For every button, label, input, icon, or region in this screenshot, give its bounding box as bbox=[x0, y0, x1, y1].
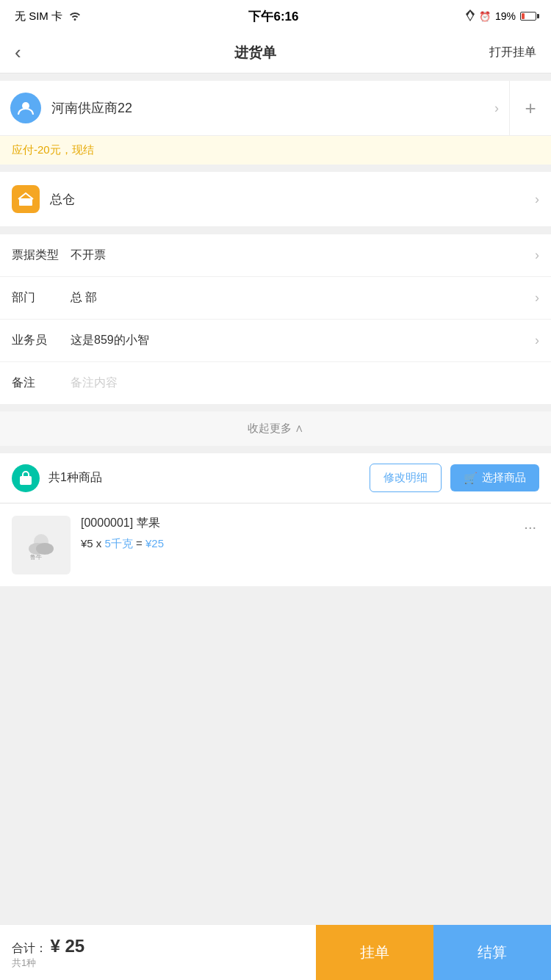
department-row[interactable]: 部门 总 部 › bbox=[0, 277, 551, 320]
product-total: ¥25 bbox=[145, 537, 164, 550]
total-amount: ¥ 25 bbox=[50, 936, 84, 956]
remark-label: 备注 bbox=[12, 375, 71, 391]
page-title: 进货单 bbox=[234, 43, 276, 62]
notice-bar: 应付-20元，现结 bbox=[0, 136, 551, 165]
form-section: 票据类型 不开票 › 部门 总 部 › 业务员 这是859的小智 › 备注 备注… bbox=[0, 234, 551, 404]
supplier-name: 河南供应商22 bbox=[51, 99, 494, 117]
department-value: 总 部 bbox=[71, 290, 535, 306]
total-section: 合计： ¥ 25 共1种 bbox=[0, 936, 316, 970]
department-chevron-icon: › bbox=[535, 290, 539, 306]
hang-button[interactable]: 挂单 bbox=[316, 925, 433, 981]
product-price: ¥5 x 5千克 = ¥25 bbox=[81, 537, 511, 551]
product-count-text: 共1种商品 bbox=[48, 470, 361, 486]
open-hang-button[interactable]: 打开挂单 bbox=[489, 45, 536, 60]
supplier-chevron-icon: › bbox=[494, 101, 499, 116]
warehouse-row[interactable]: 总仓 › bbox=[0, 172, 551, 227]
salesperson-chevron-icon: › bbox=[535, 333, 539, 348]
total-label: 合计： bbox=[12, 942, 47, 954]
content: 河南供应商22 › + 应付-20元，现结 总仓 › 票据类型 不开票 › 部门… bbox=[0, 73, 551, 645]
alarm-icon: ⏰ bbox=[479, 11, 491, 22]
product-info: [0000001] 苹果 ¥5 x 5千克 = ¥25 bbox=[81, 516, 511, 551]
remark-placeholder: 备注内容 bbox=[71, 375, 539, 391]
salesperson-row[interactable]: 业务员 这是859的小智 › bbox=[0, 320, 551, 362]
remark-row[interactable]: 备注 备注内容 bbox=[0, 362, 551, 404]
product-item: 鲁牛 [0000001] 苹果 ¥5 x 5千克 = ¥25 ··· bbox=[0, 504, 551, 586]
separator bbox=[0, 73, 551, 81]
svg-point-5 bbox=[36, 543, 54, 555]
cart-icon: 🛒 bbox=[464, 472, 478, 485]
add-supplier-button[interactable]: + bbox=[510, 81, 551, 136]
nav-bar: ‹ 进货单 打开挂单 bbox=[0, 32, 551, 73]
notice-text: 应付-20元，现结 bbox=[12, 143, 94, 156]
back-button[interactable]: ‹ bbox=[15, 41, 21, 64]
svg-rect-2 bbox=[20, 476, 32, 485]
supplier-section: 河南供应商22 › + bbox=[0, 81, 551, 136]
salesperson-label: 业务员 bbox=[12, 333, 71, 348]
ticket-type-value: 不开票 bbox=[71, 248, 535, 263]
warehouse-chevron-icon: › bbox=[535, 192, 539, 207]
product-header: 共1种商品 修改明细 🛒 选择商品 bbox=[0, 453, 551, 502]
wifi-icon bbox=[68, 10, 82, 23]
product-more-button[interactable]: ··· bbox=[521, 516, 539, 538]
product-quantity: 5千克 bbox=[105, 537, 133, 550]
warehouse-icon bbox=[12, 185, 40, 213]
product-thumbnail: 鲁牛 bbox=[12, 516, 71, 574]
collapse-button[interactable]: 收起更多 ∧ bbox=[0, 411, 551, 446]
settle-button[interactable]: 结算 bbox=[433, 925, 551, 981]
product-name: [0000001] 苹果 bbox=[81, 516, 511, 531]
salesperson-value: 这是859的小智 bbox=[71, 333, 535, 348]
location-icon bbox=[466, 10, 475, 24]
ticket-type-row[interactable]: 票据类型 不开票 › bbox=[0, 234, 551, 277]
status-right: ⏰ 19% bbox=[466, 10, 536, 24]
total-row: 合计： ¥ 25 bbox=[12, 936, 304, 956]
battery-percentage: 19% bbox=[495, 10, 516, 22]
svg-rect-1 bbox=[19, 198, 32, 206]
total-count: 共1种 bbox=[12, 956, 304, 970]
status-carrier: 无 SIM 卡 bbox=[15, 10, 82, 24]
status-time: 下午6:16 bbox=[248, 8, 298, 25]
ticket-type-chevron-icon: › bbox=[535, 248, 539, 263]
warehouse-name: 总仓 bbox=[50, 191, 535, 208]
product-count-icon bbox=[12, 464, 40, 492]
bottom-bar: 合计： ¥ 25 共1种 挂单 结算 bbox=[0, 924, 551, 980]
supplier-avatar bbox=[10, 93, 41, 123]
select-product-button[interactable]: 🛒 选择商品 bbox=[450, 464, 539, 491]
carrier-text: 无 SIM 卡 bbox=[15, 10, 62, 24]
battery-icon bbox=[520, 12, 536, 21]
status-bar: 无 SIM 卡 下午6:16 ⏰ 19% bbox=[0, 0, 551, 32]
department-label: 部门 bbox=[12, 290, 71, 306]
ticket-type-label: 票据类型 bbox=[12, 248, 71, 263]
edit-detail-button[interactable]: 修改明细 bbox=[370, 464, 442, 492]
svg-text:鲁牛: 鲁牛 bbox=[30, 554, 42, 561]
supplier-row[interactable]: 河南供应商22 › bbox=[0, 81, 509, 136]
